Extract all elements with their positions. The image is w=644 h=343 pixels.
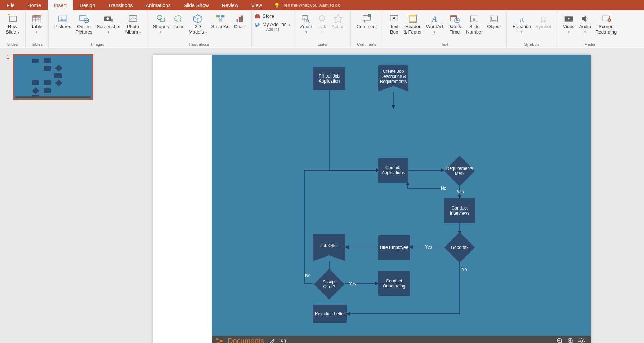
my-addins-button[interactable]: My Add-ins ▾ — [255, 22, 291, 27]
date-time-button[interactable]: Date & Time — [445, 12, 464, 35]
tab-slide-show[interactable]: Slide Show — [177, 0, 215, 10]
svg-rect-50 — [565, 21, 573, 22]
icons-button[interactable]: Icons — [171, 12, 187, 30]
group-images: Pictures Online Pictures ＋ Screenshot ▾ … — [49, 10, 147, 48]
node-compile-applications[interactable]: Compile Applications — [378, 158, 408, 183]
tab-design[interactable]: Design — [73, 0, 102, 10]
chart-button[interactable]: Chart — [232, 12, 248, 30]
edge-label-yes-3: Yes — [349, 281, 356, 286]
shapes-button[interactable]: Shapes ▾ — [151, 12, 171, 34]
wordart-button[interactable]: A WordArt ▾ — [424, 12, 445, 34]
link-icon — [317, 13, 327, 24]
node-accept-offer[interactable]: Accept Offer? — [313, 270, 345, 299]
svg-line-69 — [579, 339, 580, 340]
svg-rect-24 — [241, 16, 243, 22]
node-create-job[interactable]: Create Job Description & Requirements — [378, 65, 408, 91]
refresh-icon[interactable] — [280, 338, 287, 343]
group-addins: Store My Add-ins ▾ Add-ins — [252, 10, 295, 48]
group-label-media: Media — [557, 42, 623, 48]
node-rejection-letter[interactable]: Rejection Letter — [313, 305, 347, 323]
node-hire-employee[interactable]: Hire Employee — [378, 235, 410, 260]
svg-point-17 — [157, 15, 162, 20]
svg-rect-22 — [236, 19, 238, 22]
new-slide-button[interactable]: New Slide ▾ — [4, 12, 22, 35]
slide-thumbnail-1[interactable] — [13, 54, 93, 100]
node-fill-application[interactable]: Fill out Job Application — [313, 67, 345, 90]
video-icon — [563, 13, 574, 24]
svg-text:＋: ＋ — [111, 19, 113, 22]
tell-me-search[interactable]: 💡 Tell me what you want to do — [269, 0, 345, 10]
edge-label-yes-1: Yes — [457, 189, 464, 194]
pictures-icon — [57, 13, 68, 24]
svg-line-72 — [583, 339, 585, 340]
svg-rect-40 — [451, 16, 457, 17]
pictures-button[interactable]: Pictures — [52, 12, 73, 30]
svg-text:A: A — [393, 16, 396, 21]
group-label-tables: Tables — [26, 42, 48, 48]
3d-models-button[interactable]: 3D Models ▾ — [187, 12, 209, 35]
screenshot-icon: ＋ — [103, 13, 114, 24]
tab-file[interactable]: File — [0, 0, 21, 10]
tab-animations[interactable]: Animations — [139, 0, 177, 10]
store-button[interactable]: Store — [255, 13, 291, 19]
photo-album-button[interactable]: Photo Album ▾ — [122, 12, 143, 35]
slide-thumbnails-pane: 1 — [0, 48, 100, 343]
svg-line-63 — [572, 342, 573, 343]
tab-insert[interactable]: Insert — [48, 0, 73, 10]
smartart-button[interactable]: SmartArt — [209, 12, 232, 30]
screen-recording-icon — [601, 13, 612, 24]
svg-text:A: A — [431, 14, 437, 23]
online-pictures-icon — [79, 13, 89, 24]
table-button[interactable]: Table ▾ — [29, 12, 45, 34]
zoom-in-icon[interactable] — [567, 338, 574, 343]
header-footer-button[interactable]: Header & Footer — [402, 12, 424, 35]
svg-point-13 — [107, 17, 109, 20]
node-job-offer[interactable]: Job Offer — [313, 234, 345, 261]
symbol-icon: Ω — [538, 13, 549, 24]
comment-button[interactable]: ＋ Comment — [354, 12, 379, 30]
photo-album-icon — [128, 13, 138, 24]
slide-1[interactable]: Fill out Job Application Create Job Desc… — [153, 55, 591, 343]
text-box-button[interactable]: A Text Box — [386, 12, 402, 35]
date-time-icon — [449, 13, 460, 24]
equation-button[interactable]: π Equation ▾ — [510, 12, 533, 34]
video-button[interactable]: Video ▾ — [561, 12, 577, 34]
node-requirements-met[interactable]: Requirements Met? — [444, 155, 475, 187]
slide-number-button[interactable]: # Slide Number — [464, 12, 485, 35]
svg-rect-7 — [33, 16, 41, 17]
zoom-button[interactable]: Zoom ▾ — [298, 12, 314, 34]
group-label-text: Text — [383, 42, 506, 48]
edge-label-yes-2: Yes — [425, 245, 432, 250]
object-button[interactable]: Object — [485, 12, 503, 30]
zoom-out-icon[interactable] — [556, 338, 564, 343]
settings-gear-icon[interactable] — [578, 338, 585, 343]
tab-home[interactable]: Home — [21, 0, 48, 10]
documents-title[interactable]: Documents — [228, 337, 264, 343]
slide-canvas-area[interactable]: Fill out Job Application Create Job Desc… — [100, 48, 644, 343]
screenshot-button[interactable]: ＋ Screenshot ▾ — [95, 12, 123, 34]
lucidchart-toolbar: Documents — [212, 336, 591, 343]
node-good-fit[interactable]: Good fit? — [444, 233, 475, 262]
svg-rect-45 — [492, 17, 496, 20]
screen-recording-button[interactable]: Screen Recording — [593, 12, 619, 35]
my-addins-icon — [255, 22, 260, 27]
lightbulb-icon: 💡 — [274, 3, 280, 8]
svg-point-25 — [255, 25, 257, 27]
tab-review[interactable]: Review — [215, 0, 245, 10]
slide-number-icon: # — [469, 13, 480, 24]
zoom-icon — [301, 13, 312, 24]
tab-view[interactable]: View — [245, 0, 269, 10]
svg-text:＋: ＋ — [368, 14, 371, 17]
flowchart-container: Fill out Job Application Create Job Desc… — [212, 55, 591, 338]
tab-transitions[interactable]: Transitions — [102, 0, 139, 10]
group-comments: ＋ Comment Comments — [351, 10, 383, 48]
node-conduct-interviews[interactable]: Conduct Interviews — [444, 198, 475, 223]
svg-point-64 — [581, 340, 583, 342]
svg-rect-10 — [80, 16, 86, 21]
store-icon — [255, 14, 260, 19]
audio-button[interactable]: Audio ▾ — [577, 12, 593, 34]
node-conduct-onboarding[interactable]: Conduct Onboarding — [378, 271, 410, 296]
edit-icon[interactable] — [269, 338, 276, 343]
thumb-number-1: 1 — [6, 54, 9, 100]
online-pictures-button[interactable]: Online Pictures — [73, 12, 95, 35]
